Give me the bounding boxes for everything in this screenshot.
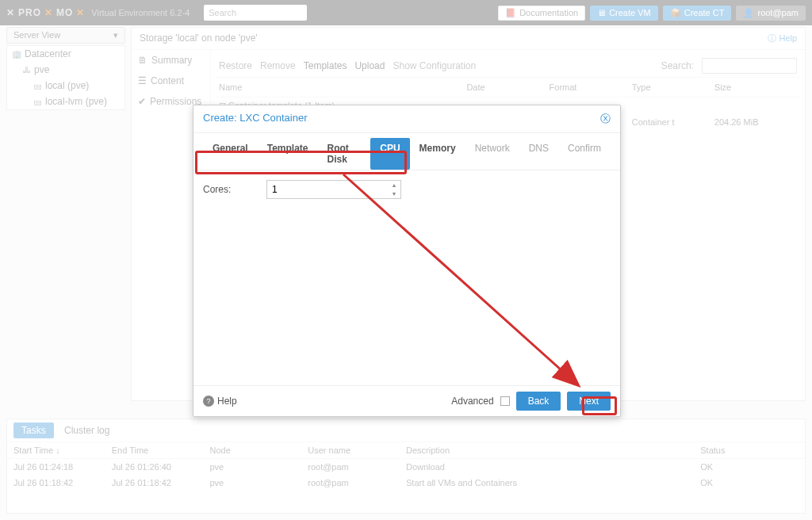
- advanced-label: Advanced: [451, 396, 493, 407]
- cores-label: Cores:: [203, 184, 259, 195]
- resource-tree: 🏢Datacenter 🖧pve 🖴local (pve) 🖴local-lvm…: [6, 45, 125, 110]
- tab-cluster-log[interactable]: Cluster log: [56, 422, 117, 438]
- logo: ✕ PRO✕MO✕: [6, 7, 85, 18]
- tab-template[interactable]: Template: [258, 138, 318, 170]
- list-icon: ☰: [138, 75, 147, 86]
- spinner-up-icon[interactable]: ▲: [388, 181, 400, 189]
- version-label: Virtual Environment 6.2-4: [91, 8, 190, 17]
- top-bar: ✕ PRO✕MO✕ Virtual Environment 6.2-4 📕Doc…: [0, 0, 812, 25]
- panel-title: Storage 'local' on node 'pve': [140, 32, 258, 44]
- side-tab-content[interactable]: ☰Content: [132, 71, 210, 91]
- tab-dns: DNS: [519, 138, 558, 170]
- search-input[interactable]: [204, 5, 307, 21]
- table-header: Name Date Format Type Size: [216, 78, 800, 98]
- log-row[interactable]: Jul 26 01:18:42 Jul 26 01:18:42 pve root…: [7, 475, 805, 491]
- user-button[interactable]: 👤root@pam: [736, 6, 806, 21]
- user-icon: 👤: [743, 8, 754, 18]
- notes-icon: 🗎: [138, 55, 147, 66]
- tree-item-datacenter[interactable]: 🏢Datacenter: [7, 46, 124, 62]
- building-icon: 🏢: [12, 50, 21, 59]
- cores-input[interactable]: [266, 180, 401, 199]
- tree-item-storage-local-lvm[interactable]: 🖴local-lvm (pve): [7, 94, 124, 109]
- tab-general[interactable]: General: [203, 138, 258, 170]
- chevron-down-icon: ▾: [113, 30, 118, 40]
- log-row[interactable]: Jul 26 01:24:18 Jul 26 01:26:40 pve root…: [7, 459, 805, 475]
- tab-tasks[interactable]: Tasks: [13, 422, 54, 438]
- cube-icon: 📦: [670, 8, 681, 18]
- side-tab-summary[interactable]: 🗎Summary: [132, 50, 210, 71]
- tab-confirm: Confirm: [558, 138, 611, 170]
- content-toolbar: Restore Remove Templates Upload Show Con…: [216, 55, 800, 78]
- cores-row: Cores: ▲ ▼: [203, 180, 611, 199]
- help-icon: ?: [203, 396, 214, 407]
- templates-button[interactable]: Templates: [304, 60, 347, 71]
- remove-button[interactable]: Remove: [260, 60, 296, 71]
- create-vm-button[interactable]: 🖥Create VM: [590, 6, 658, 21]
- back-button[interactable]: Back: [516, 392, 561, 411]
- disk-icon: 🖴: [34, 82, 42, 90]
- help-link[interactable]: ⓘ Help: [768, 32, 797, 44]
- tree-item-storage-local[interactable]: 🖴local (pve): [7, 78, 124, 94]
- restore-button[interactable]: Restore: [219, 60, 252, 71]
- ok-icon: ✔: [138, 96, 146, 107]
- tree-view-selector[interactable]: Server View▾: [6, 27, 125, 44]
- upload-button[interactable]: Upload: [354, 60, 385, 71]
- create-lxc-modal: Create: LXC Container ⓧ General Template…: [193, 105, 621, 417]
- help-button[interactable]: ?Help: [203, 396, 237, 407]
- tree-panel: Server View▾ 🏢Datacenter 🖧pve 🖴local (pv…: [6, 27, 125, 110]
- tab-network: Network: [465, 138, 519, 170]
- tree-item-node[interactable]: 🖧pve: [7, 62, 124, 78]
- server-icon: 🖧: [23, 66, 31, 75]
- advanced-checkbox[interactable]: [500, 396, 510, 406]
- show-config-button[interactable]: Show Configuration: [393, 60, 476, 71]
- modal-title: Create: LXC Container: [203, 112, 308, 126]
- search-label: Search:: [661, 60, 694, 71]
- disk-icon: 🖴: [34, 98, 42, 106]
- documentation-button[interactable]: 📕Documentation: [498, 6, 585, 21]
- close-icon[interactable]: ⓧ: [600, 112, 611, 126]
- create-ct-button[interactable]: 📦Create CT: [663, 6, 732, 21]
- spinner-down-icon[interactable]: ▼: [388, 189, 400, 198]
- book-icon: 📕: [505, 8, 516, 18]
- next-button[interactable]: Next: [567, 392, 611, 411]
- tab-memory[interactable]: Memory: [410, 138, 465, 170]
- wizard-tabs: General Template Root Disk CPU Memory Ne…: [193, 133, 620, 170]
- tab-cpu[interactable]: CPU: [370, 138, 409, 170]
- tab-root-disk[interactable]: Root Disk: [318, 138, 371, 170]
- log-panel: Tasks Cluster log Start Time ↓ End Time …: [6, 419, 806, 514]
- content-search-input[interactable]: [702, 58, 797, 74]
- monitor-icon: 🖥: [597, 8, 606, 17]
